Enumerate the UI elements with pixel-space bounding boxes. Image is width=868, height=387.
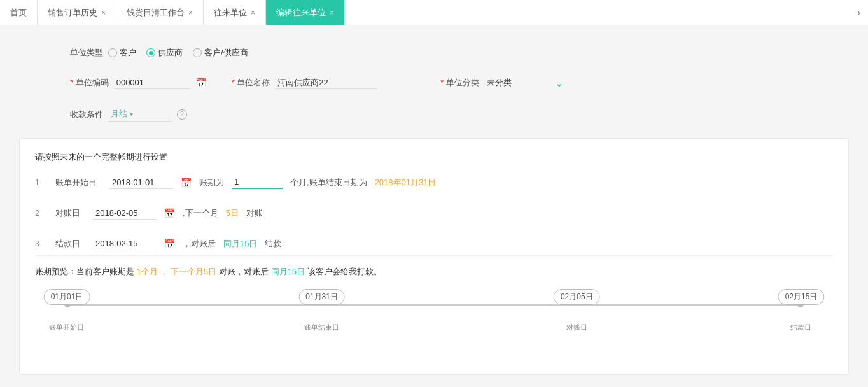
period-label: 账期为 [199, 177, 224, 188]
radio-both[interactable]: 客户/供应商 [193, 47, 248, 59]
tab-partner-label: 往来单位 [214, 7, 247, 18]
radio-both-circle [193, 48, 202, 57]
unit-category-value: 未分类 [487, 77, 512, 88]
main-content: 单位类型 客户 供应商 客户/供应商 单位编码 📅 [0, 25, 868, 387]
preview-part1: 1个月 [137, 267, 158, 276]
row-label-2: 对账日 [55, 208, 80, 219]
preview-part3: 同月15日 [271, 267, 305, 276]
settings-card: 请按照未来的一个完整帐期进行设置 1 账单开始日 📅 账期为 个月,账单结束日期… [19, 138, 849, 375]
timeline-node-2: 01月31日 账单结束日 [298, 289, 345, 332]
preview-part2: 下一个月5日 [171, 267, 216, 276]
tab-cash-work-close[interactable]: × [188, 8, 193, 17]
payment-terms-group: 收款条件 月结 ▾ ? [70, 107, 187, 122]
unit-type-group: 单位类型 客户 供应商 客户/供应商 [70, 47, 248, 59]
tab-cash-work[interactable]: 钱货日清工作台 × [116, 0, 204, 25]
unit-type-label: 单位类型 [70, 47, 103, 59]
unit-code-group: 单位编码 📅 [70, 76, 206, 89]
tab-more-button[interactable]: › [850, 7, 868, 18]
tab-home[interactable]: 首页 [0, 0, 38, 25]
radio-supplier-label: 供应商 [158, 47, 183, 59]
radio-supplier[interactable]: 供应商 [146, 47, 183, 59]
node-1-desc: 账单开始日 [49, 323, 84, 332]
start-date-input[interactable] [109, 176, 173, 189]
reconcile-suffix-post: 对账 [246, 208, 263, 219]
row-num-1: 1 [35, 178, 48, 187]
node-3-desc: 对账日 [566, 323, 587, 332]
tab-partner-close[interactable]: × [251, 8, 255, 17]
form-row-payment: 收款条件 月结 ▾ ? [19, 98, 849, 130]
preview-part4: 该客户会给我打款。 [307, 267, 382, 276]
tab-edit-partner-label: 编辑往来单位 [276, 7, 326, 18]
calendar-icon-reconcile[interactable]: 📅 [164, 208, 175, 218]
preview-part3-pre: 对账，对账后 [219, 267, 269, 276]
tab-sales-history-label: 销售订单历史 [48, 7, 97, 18]
node-3-label: 02月05日 [554, 289, 600, 305]
unit-code-label: 单位编码 [70, 77, 109, 88]
reconcile-date-input[interactable] [93, 207, 157, 220]
payment-suffix-post: 结款 [265, 238, 281, 250]
help-icon-payment[interactable]: ? [177, 109, 187, 120]
calendar-icon-start[interactable]: 📅 [181, 178, 192, 188]
tab-home-label: 首页 [10, 7, 27, 18]
unit-name-group: 单位名称 [232, 76, 377, 89]
calendar-icon-code[interactable]: 📅 [195, 78, 206, 88]
tab-edit-partner[interactable]: 编辑往来单位 × [266, 0, 345, 25]
reconcile-suffix-highlight: 5日 [226, 208, 239, 219]
payment-suffix-highlight: 同月15日 [223, 238, 257, 250]
tab-edit-partner-close[interactable]: × [330, 8, 334, 17]
row-num-3: 3 [35, 239, 48, 248]
radio-supplier-circle [146, 48, 155, 57]
payment-terms-select[interactable]: 月结 ▾ [108, 107, 172, 122]
tab-sales-history[interactable]: 销售订单历史 × [38, 0, 116, 25]
preview-section: 账期预览：当前客户账期是 1个月 ， 下一个月5日 对账，对账后 同月15日 该… [35, 255, 833, 285]
calendar-icon-payment[interactable]: 📅 [164, 239, 175, 249]
timeline-node-1: 01月01日 账单开始日 [44, 289, 90, 332]
tab-sales-history-close[interactable]: × [101, 8, 106, 17]
row-label-3: 结款日 [55, 238, 80, 250]
period-input[interactable] [232, 176, 283, 189]
radio-both-label: 客户/供应商 [204, 47, 248, 59]
radio-customer-circle [108, 48, 117, 57]
form-row-unit-type: 单位类型 客户 供应商 客户/供应商 [19, 38, 849, 67]
unit-code-input[interactable] [114, 76, 190, 89]
payment-terms-label: 收款条件 [70, 109, 103, 120]
chevron-down-icon-payment: ▾ [130, 111, 133, 118]
unit-name-input[interactable] [275, 76, 377, 89]
setting-row-2: 2 对账日 📅 ,下一个月 5日 对账 [35, 207, 833, 220]
payment-suffix-pre: ，对账后 [183, 238, 216, 250]
unit-category-group: 单位分类 未分类 ⌄ [440, 77, 563, 89]
preview-label: 账期预览：当前客户账期是 [35, 267, 134, 276]
row-num-2: 2 [35, 209, 48, 218]
timeline-node-4: 02月15日 结款日 [778, 289, 825, 332]
unit-name-label: 单位名称 [232, 77, 270, 88]
timeline-line [67, 304, 801, 306]
payment-terms-value: 月结 [111, 108, 127, 120]
row-label-1: 账单开始日 [55, 177, 97, 188]
reconcile-suffix-pre: ,下一个月 [183, 208, 218, 219]
form-row-basic: 单位编码 📅 单位名称 单位分类 未分类 ⌄ [19, 67, 849, 98]
payment-date-input[interactable] [93, 237, 157, 250]
radio-customer[interactable]: 客户 [108, 47, 136, 59]
node-2-label: 01月31日 [298, 289, 345, 305]
tabs-bar: 首页 销售订单历史 × 钱货日清工作台 × 往来单位 × 编辑往来单位 × › [0, 0, 868, 25]
node-2-desc: 账单结束日 [304, 323, 339, 332]
period-unit: 个月,账单结束日期为 [290, 177, 367, 188]
timeline-node-3: 02月05日 对账日 [554, 289, 600, 332]
unit-category-label: 单位分类 [440, 77, 479, 88]
chevron-down-icon-category[interactable]: ⌄ [555, 77, 563, 89]
setting-row-1: 1 账单开始日 📅 账期为 个月,账单结束日期为 2018年01月31日 [35, 176, 833, 189]
radio-customer-label: 客户 [120, 47, 136, 59]
tab-cash-work-label: 钱货日清工作台 [127, 7, 185, 18]
period-end-date: 2018年01月31日 [375, 177, 437, 188]
preview-part2-pre: ， [160, 267, 168, 276]
node-4-label: 02月15日 [778, 289, 825, 305]
timeline-section: 01月01日 账单开始日 01月31日 账单结束日 02月05日 对账日 02月… [35, 298, 833, 362]
setting-row-3: 3 结款日 📅 ，对账后 同月15日 结款 [35, 237, 833, 250]
tab-partner[interactable]: 往来单位 × [204, 0, 266, 25]
radio-group-unit-type: 客户 供应商 客户/供应商 [108, 47, 248, 59]
node-1-label: 01月01日 [44, 289, 90, 305]
card-instruction: 请按照未来的一个完整帐期进行设置 [35, 151, 833, 163]
node-4-desc: 结款日 [790, 323, 811, 332]
